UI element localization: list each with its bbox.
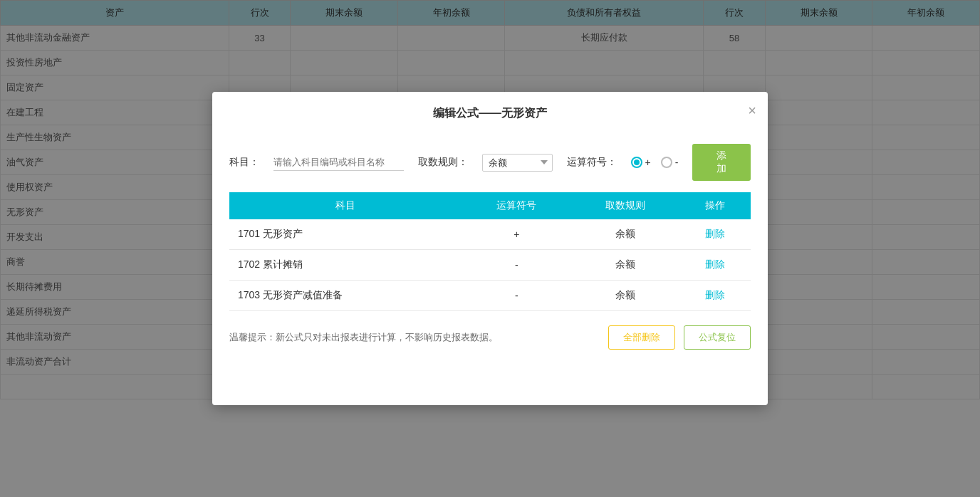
row1-subject: 1701 无形资产 (229, 219, 462, 250)
form-row: 科目： 取数规则： 余额 借方 贷方 借方发生额 贷方发生额 运算符号： (212, 132, 768, 192)
table-row: 1702 累计摊销 - 余额 删除 (229, 250, 751, 281)
row3-action: 删除 (680, 281, 751, 311)
row2-action: 删除 (680, 250, 751, 281)
modal-data-table: 科目 运算符号 取数规则 操作 1701 无形资产 + 余额 删除 (229, 192, 751, 311)
close-button[interactable]: × (748, 103, 756, 117)
rule-label: 取数规则： (418, 156, 468, 169)
delete-all-button[interactable]: 全部删除 (608, 325, 675, 350)
radio-minus[interactable]: - (661, 157, 679, 168)
subject-label: 科目： (229, 156, 259, 169)
modal-table-wrap: 科目 运算符号 取数规则 操作 1701 无形资产 + 余额 删除 (212, 192, 768, 311)
modal-title: 编辑公式——无形资产 (433, 107, 547, 119)
th-subject: 科目 (229, 192, 462, 219)
modal-dialog: 编辑公式——无形资产 × 科目： 取数规则： 余额 借方 贷方 借方发生额 贷方… (212, 92, 768, 405)
th-operator: 运算符号 (462, 192, 571, 219)
th-action: 操作 (680, 192, 751, 219)
footer-tip: 温馨提示：新公式只对未出报表进行计算，不影响历史报表数据。 (229, 331, 498, 344)
operator-label: 运算符号： (567, 156, 617, 169)
modal-header: 编辑公式——无形资产 × (212, 92, 768, 132)
add-button[interactable]: 添加 (692, 144, 751, 181)
radio-minus-label: - (675, 157, 679, 168)
page-background: 资产 行次 期末余额 年初余额 负债和所有者权益 行次 期末余额 年初余额 其他… (0, 0, 980, 497)
th-rule: 取数规则 (571, 192, 680, 219)
row3-operator: - (462, 281, 571, 311)
row1-rule: 余额 (571, 219, 680, 250)
radio-plus[interactable]: + (631, 157, 651, 168)
delete-link-3[interactable]: 删除 (705, 289, 725, 300)
rule-select-wrap: 余额 借方 贷方 借方发生额 贷方发生额 (482, 154, 553, 172)
radio-plus-label: + (645, 157, 651, 168)
row2-subject: 1702 累计摊销 (229, 250, 462, 281)
table-row: 1703 无形资产减值准备 - 余额 删除 (229, 281, 751, 311)
footer-buttons: 全部删除 公式复位 (608, 325, 751, 350)
subject-input[interactable] (273, 154, 404, 171)
operator-radio-group: + - (631, 157, 679, 168)
table-header-row: 科目 运算符号 取数规则 操作 (229, 192, 751, 219)
row2-rule: 余额 (571, 250, 680, 281)
row1-operator: + (462, 219, 571, 250)
modal-overlay: 编辑公式——无形资产 × 科目： 取数规则： 余额 借方 贷方 借方发生额 贷方… (0, 0, 980, 497)
radio-minus-circle (661, 157, 672, 168)
delete-link-1[interactable]: 删除 (705, 228, 725, 239)
modal-footer: 温馨提示：新公式只对未出报表进行计算，不影响历史报表数据。 全部删除 公式复位 (212, 311, 768, 350)
radio-plus-circle (631, 157, 642, 168)
row3-rule: 余额 (571, 281, 680, 311)
row2-operator: - (462, 250, 571, 281)
row3-subject: 1703 无形资产减值准备 (229, 281, 462, 311)
delete-link-2[interactable]: 删除 (705, 258, 725, 270)
row1-action: 删除 (680, 219, 751, 250)
reset-formula-button[interactable]: 公式复位 (684, 325, 751, 350)
table-row: 1701 无形资产 + 余额 删除 (229, 219, 751, 250)
rule-select[interactable]: 余额 借方 贷方 借方发生额 贷方发生额 (482, 154, 553, 172)
